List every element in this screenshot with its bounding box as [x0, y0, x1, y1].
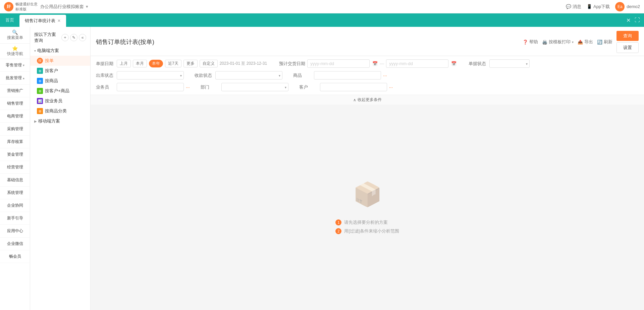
- tree-item-by-category[interactable]: ⊞ 按商品分类: [30, 106, 90, 116]
- user-area[interactable]: Ea demo2: [615, 2, 640, 11]
- tree-item-by-customer-goods[interactable]: ⊞ 按客户+商品: [30, 86, 90, 96]
- sidebar-item-wholesale[interactable]: 批发管理 ▴: [0, 72, 30, 85]
- tab-bar-actions: ✕ ⛶: [626, 17, 644, 23]
- user-avatar: Ea: [615, 2, 625, 11]
- date-calendar-icon-end[interactable]: 📅: [451, 61, 457, 66]
- tab-sales-stats[interactable]: 销售订单统计表 ✕: [19, 15, 66, 27]
- date-calendar-icon-start[interactable]: 📅: [372, 61, 378, 66]
- page-title: 销售订单统计表(按单): [96, 38, 154, 46]
- sidebar: 🔍 搜索菜单 ⭐ 快捷导航 零售管理 ▾ 批发管理 ▴ 营销推广 销售管理 电商…: [0, 27, 30, 310]
- top-bar: 好 畅捷通好生意 标准版 办公用品行业模拟账套 ▾ 💬 消息 📱 App下载 E…: [0, 0, 644, 13]
- sidebar-item-finance[interactable]: 资金管理: [0, 148, 30, 161]
- logo-icon: 好: [4, 2, 13, 11]
- main-action-buttons: 查询 设置: [616, 31, 639, 53]
- help-btn[interactable]: ❓ 帮助: [523, 39, 538, 45]
- sidebar-item-member[interactable]: 畅会员: [0, 250, 30, 263]
- tab-home[interactable]: 首页: [0, 13, 19, 27]
- sidebar-item-ecommerce-label: 电商管理: [7, 113, 23, 119]
- goods-input[interactable]: [314, 71, 381, 80]
- sidebar-item-appstore[interactable]: 应用中心: [0, 225, 30, 238]
- sidebar-item-guide[interactable]: 新手引导: [0, 212, 30, 225]
- message-btn[interactable]: 💬 消息: [566, 4, 581, 10]
- pay-status-select-wrap: [215, 71, 282, 80]
- date-label: 单据日期: [96, 61, 115, 67]
- tab-expand-icon[interactable]: ⛶: [635, 17, 640, 23]
- panel-collapse-btn[interactable]: «: [79, 34, 86, 41]
- sidebar-item-sales[interactable]: 销售管理: [0, 97, 30, 110]
- collapse-bar[interactable]: ∧ 收起更多条件: [91, 95, 644, 105]
- pay-status-label: 收款状态: [195, 72, 213, 79]
- tree-item-by-order[interactable]: 按 按单: [30, 56, 90, 66]
- sidebar-item-retail[interactable]: 零售管理 ▾: [0, 59, 30, 72]
- quick-nav-btn[interactable]: ⭐ 快捷导航: [0, 44, 30, 59]
- date-btn-more[interactable]: 更多: [183, 60, 198, 67]
- sidebar-item-marketing[interactable]: 营销推广: [0, 85, 30, 97]
- panel-add-btn[interactable]: +: [61, 34, 69, 41]
- goods-more-btn[interactable]: ···: [383, 73, 387, 78]
- logo-area: 好 畅捷通好生意 标准版: [4, 2, 38, 11]
- tree-item-by-customer[interactable]: ⊞ 按客户: [30, 66, 90, 76]
- sidebar-item-operation[interactable]: 经营管理: [0, 161, 30, 174]
- tree-item-salesman-label: 按业务员: [45, 98, 62, 104]
- app-download-btn[interactable]: 📱 App下载: [587, 4, 610, 10]
- sidebar-item-retail-label: 零售管理: [6, 62, 22, 68]
- expected-date-start[interactable]: [307, 59, 370, 68]
- bill-status-select[interactable]: [489, 59, 530, 68]
- search-menu-btn[interactable]: 🔍 搜索菜单: [0, 27, 30, 44]
- date-btn-this-year[interactable]: 本年: [149, 60, 163, 67]
- date-btn-last-7[interactable]: 近7天: [165, 60, 181, 67]
- pay-status-select[interactable]: [215, 71, 282, 80]
- salesman-input[interactable]: [117, 83, 184, 91]
- dept-select-wrap: [221, 83, 288, 91]
- breadcrumb-arrow[interactable]: ▾: [86, 4, 88, 9]
- panel-edit-btn[interactable]: ✎: [70, 34, 77, 41]
- refresh-btn[interactable]: 🔄 刷新: [597, 39, 612, 45]
- sidebar-wholesale-arrow: ▴: [23, 76, 24, 80]
- tab-close-icon[interactable]: ✕: [57, 18, 61, 23]
- panel-header: 按以下方案查询 + ✎ «: [30, 30, 90, 46]
- sidebar-item-ecommerce[interactable]: 电商管理: [0, 110, 30, 123]
- customer-more-btn[interactable]: ···: [389, 85, 393, 90]
- sidebar-item-wechat[interactable]: 企业微信: [0, 238, 30, 250]
- filter-salesman-item: 业务员 ···: [96, 83, 190, 91]
- tip-text-2: 用[过滤]条件来缩小分析范围: [344, 228, 399, 234]
- sidebar-item-basic[interactable]: 基础信息: [0, 174, 30, 187]
- tree-parent-mobile-label: 移动端方案: [38, 118, 60, 124]
- filter-out-status-item: 出库状态: [96, 71, 184, 80]
- dept-select[interactable]: [221, 83, 288, 91]
- settings-btn[interactable]: 设置: [616, 42, 639, 53]
- customer-input[interactable]: [320, 83, 387, 91]
- sidebar-item-basic-label: 基础信息: [7, 177, 23, 183]
- print-btn[interactable]: 🖨️ 按模板打印 ▾: [542, 39, 574, 45]
- tab-close-window-icon[interactable]: ✕: [626, 17, 631, 23]
- tree-item-goods-label: 按商品: [45, 78, 58, 84]
- date-btn-custom[interactable]: 自定义: [200, 60, 218, 67]
- filter-row-2: 出库状态 收款状态: [96, 71, 639, 80]
- refresh-label: 刷新: [604, 39, 612, 45]
- expected-date-end[interactable]: [386, 59, 448, 68]
- collapse-icon: ∧: [353, 98, 356, 102]
- tree-item-by-salesman[interactable]: 📊 按业务员: [30, 96, 90, 106]
- date-btn-this-month[interactable]: 本月: [133, 60, 147, 67]
- tree-parent-pc[interactable]: ▾ 电脑端方案: [30, 46, 90, 56]
- sidebar-item-enterprise[interactable]: 企业协同: [0, 199, 30, 212]
- sidebar-item-wechat-label: 企业微信: [7, 241, 23, 247]
- breadcrumb-area: 办公用品行业模拟账套 ▾: [40, 4, 88, 10]
- content-header-actions: ❓ 帮助 🖨️ 按模板打印 ▾ 📤 导出 🔄 刷新 查询: [523, 31, 639, 53]
- breadcrumb-text: 办公用品行业模拟账套: [40, 4, 84, 10]
- date-btn-last-month[interactable]: 上月: [117, 60, 131, 67]
- tree-item-by-goods[interactable]: ⊞ 按商品: [30, 76, 90, 86]
- export-btn[interactable]: 📤 导出: [578, 39, 593, 45]
- query-btn[interactable]: 查询: [616, 31, 639, 41]
- tree-icon-customer-goods: ⊞: [37, 88, 43, 94]
- export-label: 导出: [584, 39, 593, 45]
- filter-dept-item: 部门: [201, 83, 288, 91]
- empty-illustration: 📦: [347, 180, 387, 214]
- sidebar-item-system[interactable]: 系统管理: [0, 187, 30, 199]
- sidebar-item-purchase[interactable]: 采购管理: [0, 123, 30, 136]
- sidebar-item-inventory[interactable]: 库存核算: [0, 136, 30, 148]
- username: demo2: [627, 4, 640, 9]
- salesman-more-btn[interactable]: ···: [186, 85, 190, 90]
- tree-parent-mobile[interactable]: ▶ 移动端方案: [30, 116, 90, 126]
- out-status-select[interactable]: [117, 71, 184, 80]
